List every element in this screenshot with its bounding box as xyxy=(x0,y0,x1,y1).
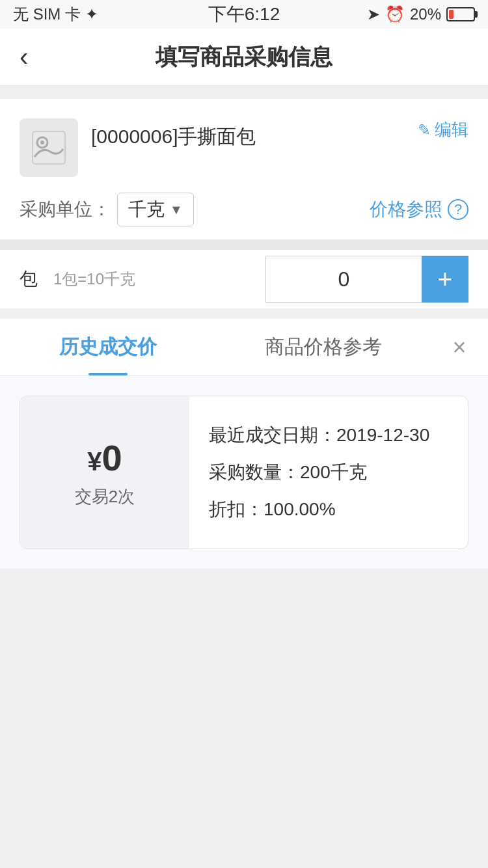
carrier-text: 无 SIM 卡 ✦ xyxy=(13,4,98,25)
unit-value: 千克 xyxy=(128,197,165,222)
tab-product-price-ref-label: 商品价格参考 xyxy=(265,334,382,360)
product-left: [0000006]手撕面包 xyxy=(20,118,256,177)
transaction-right: 最近成交日期：2019-12-30 采购数量：200千克 折扣：100.00% xyxy=(189,396,468,549)
discount-label: 折扣： xyxy=(209,499,264,519)
edit-button[interactable]: ✎ 编辑 xyxy=(418,118,468,141)
panel-tabs: 历史成交价 商品价格参考 × xyxy=(0,319,488,376)
qty-info-value: 200千克 xyxy=(300,462,367,482)
alarm-icon: ⏰ xyxy=(385,5,405,23)
status-bar: 无 SIM 卡 ✦ 下午6:12 ➤ ⏰ 20% xyxy=(0,0,488,29)
transaction-card: ¥0 交易2次 最近成交日期：2019-12-30 采购数量：200千克 折扣：… xyxy=(20,396,468,549)
product-name: [0000006]手撕面包 xyxy=(91,118,256,150)
transaction-count: 交易2次 xyxy=(75,485,135,508)
qty-row-info: 采购数量：200千克 xyxy=(209,459,448,485)
unit-area: 采购单位： 千克 ▼ xyxy=(20,193,194,226)
product-bottom: 采购单位： 千克 ▼ 价格参照 ? xyxy=(20,193,468,226)
tab-product-price-ref[interactable]: 商品价格参考 xyxy=(215,319,431,375)
svg-point-1 xyxy=(40,141,44,144)
quantity-row: 包 1包=10千克 + xyxy=(0,250,488,308)
tab-historical-price[interactable]: 历史成交价 xyxy=(0,319,215,375)
yuan-symbol: ¥ xyxy=(87,447,102,476)
unit-label: 采购单位： xyxy=(20,197,111,222)
svg-rect-2 xyxy=(33,131,65,164)
discount-row: 折扣：100.00% xyxy=(209,496,448,522)
product-card: [0000006]手撕面包 ✎ 编辑 采购单位： 千克 ▼ 价格参照 ? xyxy=(0,99,488,239)
help-icon: ? xyxy=(448,199,468,220)
quantity-input-wrap: + xyxy=(148,256,468,303)
section-divider xyxy=(0,239,488,250)
status-right: ➤ ⏰ 20% xyxy=(367,5,475,23)
back-button[interactable]: ‹ xyxy=(20,42,41,72)
quantity-conversion: 1包=10千克 xyxy=(53,269,135,290)
battery-text: 20% xyxy=(410,5,441,23)
unit-arrow-icon: ▼ xyxy=(170,202,183,217)
edit-icon: ✎ xyxy=(418,121,431,139)
recent-date-row: 最近成交日期：2019-12-30 xyxy=(209,422,448,448)
battery-icon xyxy=(446,7,475,21)
location-icon: ➤ xyxy=(367,5,380,23)
transaction-price: ¥0 xyxy=(87,437,122,479)
panel-close-button[interactable]: × xyxy=(431,319,488,375)
quantity-input[interactable] xyxy=(265,256,422,303)
price-value: 0 xyxy=(102,437,122,478)
price-reference-button[interactable]: 价格参照 ? xyxy=(370,197,468,222)
recent-date-value: 2019-12-30 xyxy=(336,425,429,445)
status-time: 下午6:12 xyxy=(208,2,280,27)
product-thumbnail xyxy=(20,118,78,177)
price-ref-label: 价格参照 xyxy=(370,197,442,222)
product-top: [0000006]手撕面包 ✎ 编辑 xyxy=(20,118,468,177)
edit-label: 编辑 xyxy=(435,118,468,141)
page-title: 填写商品采购信息 xyxy=(156,42,332,72)
discount-value: 100.00% xyxy=(264,499,336,519)
price-panel: 历史成交价 商品价格参考 × ¥0 交易2次 最近成交日期：2019-12-30… xyxy=(0,319,488,569)
panel-content: ¥0 交易2次 最近成交日期：2019-12-30 采购数量：200千克 折扣：… xyxy=(0,376,488,569)
unit-select[interactable]: 千克 ▼ xyxy=(117,193,194,226)
quantity-unit-label: 包 xyxy=(20,267,38,292)
status-left: 无 SIM 卡 ✦ xyxy=(13,4,98,25)
qty-info-label: 采购数量： xyxy=(209,462,300,482)
product-thumb-icon xyxy=(29,128,68,167)
quantity-plus-button[interactable]: + xyxy=(422,256,468,303)
tab-historical-price-label: 历史成交价 xyxy=(59,334,157,360)
transaction-left: ¥0 交易2次 xyxy=(20,396,189,549)
header: ‹ 填写商品采购信息 xyxy=(0,29,488,86)
recent-date-label: 最近成交日期： xyxy=(209,425,336,445)
tab-active-indicator xyxy=(88,373,128,375)
